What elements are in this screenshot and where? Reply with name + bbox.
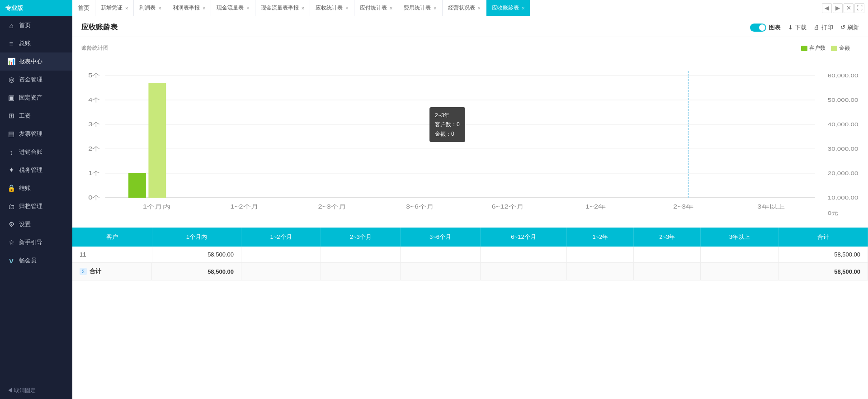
- svg-text:60,000.00元: 60,000.00元: [828, 73, 859, 78]
- chart-container: 账龄统计图 客户数 金额 5个 4个: [72, 37, 868, 228]
- tab-close-icon[interactable]: ×: [203, 5, 205, 11]
- refresh-label: 刷新: [847, 24, 859, 32]
- col-header-3y-plus: 3年以上: [701, 228, 778, 247]
- svg-text:5个: 5个: [88, 72, 100, 78]
- svg-text:3~6个月: 3~6个月: [406, 204, 434, 209]
- total-label: 合计: [90, 267, 101, 276]
- tab-business-status[interactable]: 经营状况表 ×: [443, 0, 486, 16]
- total-label-cell: Σ 合计: [72, 263, 152, 280]
- inventory-icon: ↕: [7, 148, 15, 156]
- tab-ar-stats[interactable]: 应收统计表 ×: [310, 0, 354, 16]
- tab-ap-stats[interactable]: 应付统计表 ×: [354, 0, 398, 16]
- tab-expense-stats[interactable]: 费用统计表 ×: [398, 0, 442, 16]
- tab-cashflow[interactable]: 现金流量表 ×: [211, 0, 255, 16]
- chart-legend: 客户数 金额: [801, 44, 850, 52]
- svg-text:2个: 2个: [88, 146, 100, 152]
- sidebar-item-reports[interactable]: 📊 报表中心: [0, 52, 72, 71]
- tab-label: 利润表季报: [173, 4, 200, 12]
- tab-prev-button[interactable]: ◀: [822, 3, 832, 13]
- cell-2-3y: [634, 247, 701, 263]
- total-total: 58,500.00: [778, 263, 868, 280]
- sidebar-item-salary[interactable]: ⊞ 工资: [0, 107, 72, 125]
- sidebar-item-archive[interactable]: 🗂 归档管理: [0, 197, 72, 215]
- tab-label: 应付统计表: [360, 4, 387, 12]
- gear-icon: ⚙: [7, 220, 15, 228]
- tab-bar: 首页 新增凭证 × 利润表 × 利润表季报 × 现金流量表 × 现金流量表季报 …: [72, 0, 868, 16]
- tab-close-icon[interactable]: ×: [125, 5, 128, 11]
- total-2-3m: [321, 263, 401, 280]
- tab-close-icon[interactable]: ×: [478, 5, 481, 11]
- svg-text:10,000.00元: 10,000.00元: [828, 195, 859, 200]
- tab-close-icon[interactable]: ×: [345, 5, 348, 11]
- sidebar-item-label: 归档管理: [19, 202, 42, 210]
- download-icon: ⬇: [788, 24, 793, 31]
- sidebar-item-inventory[interactable]: ↕ 进销台账: [0, 143, 72, 161]
- print-button[interactable]: 🖨 打印: [814, 24, 833, 32]
- sidebar-item-assets[interactable]: ▣ 固定资产: [0, 89, 72, 107]
- refresh-icon: ↺: [840, 24, 845, 31]
- table-header-row: 客户 1个月内 1~2个月 2~3个月 3~6个月 6~12个月 1~2年 2~…: [72, 228, 868, 247]
- cell-6-12m: [480, 247, 567, 263]
- sidebar-item-ledger[interactable]: ≡ 总账: [0, 34, 72, 52]
- tab-close-icon[interactable]: ×: [246, 5, 249, 11]
- sidebar-item-label: 首页: [19, 21, 31, 29]
- cell-3y-plus: [701, 247, 778, 263]
- tab-close-icon[interactable]: ×: [434, 5, 436, 11]
- salary-icon: ⊞: [7, 112, 15, 120]
- closing-icon: 🔒: [7, 184, 15, 192]
- tab-ar-aging[interactable]: 应收账龄表 ×: [486, 0, 530, 16]
- tab-close-icon[interactable]: ×: [158, 5, 161, 11]
- page-header: 应收账龄表 图表 ⬇ 下载 🖨 打印 ↺ 刷新: [72, 16, 868, 37]
- sidebar-item-label: 税务管理: [19, 166, 42, 174]
- table-row: 11 58,500.00 58,500.00: [72, 247, 868, 263]
- sidebar-item-label: 新手引导: [19, 238, 42, 247]
- content-area: 应收账龄表 图表 ⬇ 下载 🖨 打印 ↺ 刷新: [72, 16, 868, 399]
- sidebar-item-funds[interactable]: ◎ 资金管理: [0, 71, 72, 89]
- download-button[interactable]: ⬇ 下载: [788, 24, 807, 32]
- sidebar-item-label: 设置: [19, 220, 31, 228]
- legend-customers-dot: [801, 46, 807, 51]
- tab-profit-quarterly[interactable]: 利润表季报 ×: [167, 0, 211, 16]
- col-header-customer: 客户: [72, 228, 152, 247]
- svg-text:3个: 3个: [88, 121, 100, 127]
- tab-close-icon[interactable]: ×: [390, 5, 392, 11]
- svg-text:1个月内: 1个月内: [143, 204, 170, 209]
- sidebar-item-tax[interactable]: ✦ 税务管理: [0, 161, 72, 179]
- chart-title: 账龄统计图: [81, 44, 859, 52]
- tab-cashflow-quarterly[interactable]: 现金流量表季报 ×: [255, 0, 310, 16]
- refresh-button[interactable]: ↺ 刷新: [840, 24, 859, 32]
- chart-toggle[interactable]: 图表: [750, 24, 781, 32]
- sidebar-pin-toggle[interactable]: ◀ 取消固定: [0, 382, 72, 399]
- reports-icon: 📊: [7, 57, 15, 66]
- legend-customers: 客户数: [801, 44, 826, 52]
- sidebar-item-home[interactable]: ⌂ 首页: [0, 16, 72, 34]
- sidebar-item-vip[interactable]: V 畅会员: [0, 252, 72, 270]
- total-1-2m: [241, 263, 321, 280]
- svg-text:3年以上: 3年以上: [757, 204, 785, 209]
- sidebar-item-label: 畅会员: [19, 256, 37, 265]
- bar-0-amount: [148, 83, 166, 198]
- tab-close-icon[interactable]: ×: [522, 5, 524, 11]
- tab-close-icon[interactable]: ×: [302, 5, 304, 11]
- tab-label: 应收账龄表: [492, 4, 519, 12]
- toggle-track[interactable]: [750, 24, 766, 32]
- tab-home[interactable]: 首页: [72, 0, 95, 16]
- cell-2-3m: [321, 247, 401, 263]
- sidebar-item-label: 资金管理: [19, 76, 42, 84]
- tax-icon: ✦: [7, 166, 15, 174]
- total-3y-plus: [701, 263, 778, 280]
- sidebar-item-closing[interactable]: 🔒 结账: [0, 179, 72, 197]
- chart-svg: 5个 4个 3个 2个 1个 0个: [81, 57, 859, 220]
- tab-close-all-button[interactable]: ✕: [844, 3, 854, 13]
- sidebar-item-invoice[interactable]: ▤ 发票管理: [0, 125, 72, 143]
- col-header-total: 合计: [778, 228, 868, 247]
- svg-text:2~3年: 2~3年: [673, 204, 693, 209]
- sidebar-item-settings[interactable]: ⚙ 设置: [0, 215, 72, 233]
- tab-voucher[interactable]: 新增凭证 ×: [95, 0, 134, 16]
- tab-fullscreen-button[interactable]: ⛶: [854, 3, 864, 13]
- tab-next-button[interactable]: ▶: [833, 3, 843, 13]
- page-title: 应收账龄表: [81, 23, 118, 32]
- svg-text:1个: 1个: [88, 170, 100, 176]
- tab-profit[interactable]: 利润表 ×: [134, 0, 167, 16]
- sidebar-item-guide[interactable]: ☆ 新手引导: [0, 233, 72, 252]
